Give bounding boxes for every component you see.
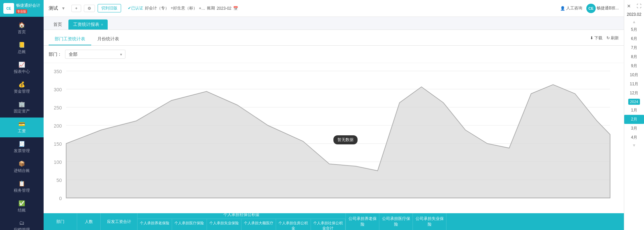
calendar-icon[interactable]: 📅 — [233, 6, 238, 11]
home-icon: 🏠 — [18, 22, 25, 28]
svg-text:100: 100 — [54, 159, 62, 165]
tab-close-icon[interactable]: × — [101, 22, 103, 27]
sidebar-item-label: 工资 — [18, 128, 26, 134]
month-2-2024[interactable]: 2月 — [624, 115, 644, 124]
download-icon: ⬇ — [590, 36, 593, 40]
app-logo: CE 畅捷通好会计 专业版 — [0, 0, 44, 17]
month-12[interactable]: 12月 — [624, 89, 644, 98]
svg-text:250: 250 — [54, 105, 62, 110]
no-data-tooltip: 暂无数据 — [333, 135, 358, 144]
tax-icon: 📋 — [18, 180, 25, 187]
period-value: 2023-02 — [217, 6, 231, 11]
table-header-row: 部门 人数 应发工资合计 个人承担社保公积金 个人承担养老保险 个人承担医疗保险 — [44, 213, 624, 230]
subtab-dept[interactable]: 部门工资统计表 — [49, 33, 91, 45]
app-name: 畅捷通好会计 — [16, 3, 40, 8]
sidebar-item-sales[interactable]: 📦 进销台账 — [0, 157, 44, 177]
topbar-title: 测试 — [49, 5, 58, 11]
refresh-button[interactable]: ↻ 刷新 — [606, 35, 619, 41]
invoice-icon: 🧾 — [18, 141, 25, 147]
sidebar-item-home[interactable]: 🏠 首页 — [0, 18, 44, 38]
month-6[interactable]: 6月 — [624, 34, 644, 43]
tab-home[interactable]: 首页 — [49, 19, 67, 30]
dept-select[interactable]: 全部 部门1 部门2 — [65, 50, 125, 59]
topbar-dropdown-icon[interactable]: ▼ — [61, 6, 65, 11]
topbar: 测试 ▼ + ⚙ 切到旧版 ✔已认证 好会计（专） +好生意（标） +… 账期 … — [44, 0, 624, 17]
sidebar-item-label: 固定资产 — [14, 108, 30, 114]
month-4-2024[interactable]: 4月 — [624, 133, 644, 142]
edition-badge: 专业版 — [16, 9, 27, 13]
right-panel-controls: ✕ ⛶ — [624, 2, 644, 10]
expand-panel-icon[interactable]: ⛶ — [637, 3, 641, 9]
switch-old-version-button[interactable]: 切到旧版 — [98, 4, 121, 12]
sidebar-item-label: 报表中心 — [14, 69, 30, 75]
close-panel-icon[interactable]: ✕ — [627, 3, 631, 9]
ledger-icon: 📒 — [18, 42, 25, 48]
month-11[interactable]: 11月 — [624, 80, 644, 89]
settle-icon: ✅ — [18, 200, 25, 206]
topbar-right: 👤 人工咨询 CE 畅捷通B班... — [560, 4, 619, 13]
month-9[interactable]: 9月 — [624, 61, 644, 71]
col-pension-company: 公司承担养老保险 — [346, 213, 379, 230]
month-1-2024[interactable]: 1月 — [624, 106, 644, 115]
sidebar-item-salary[interactable]: 💳 工资 — [0, 118, 44, 137]
tabbar: 首页 工资统计报表 × — [44, 17, 624, 30]
refresh-icon: ↻ — [606, 36, 610, 40]
chart-area: 350 300 250 200 150 100 50 0 — [44, 63, 624, 213]
svg-text:300: 300 — [54, 87, 62, 92]
scroll-up-arrow[interactable]: ▲ — [632, 18, 636, 25]
month-7[interactable]: 7月 — [624, 43, 644, 52]
year-2024-badge[interactable]: 2024 — [628, 99, 640, 105]
content-area: 部门工资统计表 月份统计表 ⬇ 下载 ↻ 刷新 部门： — [44, 30, 624, 230]
dept-label: 部门： — [49, 51, 62, 57]
sidebar-item-label: 归档管理 — [14, 227, 30, 230]
right-panel: ✕ ⛶ 2023.02 ▲ 5月 6月 7月 8月 9月 10月 11月 12月… — [624, 0, 644, 230]
sidebar-item-report[interactable]: 📈 报表中心 — [0, 58, 44, 78]
sidebar-item-archive[interactable]: 🗂 归档管理 — [0, 217, 44, 230]
subtab-actions: ⬇ 下载 ↻ 刷新 — [590, 35, 619, 44]
sidebar-item-assets[interactable]: 🏢 固定资产 — [0, 98, 44, 118]
archive-icon: 🗂 — [19, 220, 24, 226]
sidebar-item-label: 进销台账 — [14, 168, 30, 174]
sidebar-item-ledger[interactable]: 📒 总账 — [0, 38, 44, 58]
good-business-tag: +好生意（标） — [171, 5, 197, 11]
svg-text:50: 50 — [56, 178, 62, 183]
sidebar-item-fund[interactable]: 💰 资金管理 — [0, 78, 44, 98]
user-button[interactable]: CE 畅捷通B班... — [586, 4, 619, 13]
topbar-tags: ✔已认证 好会计（专） +好生意（标） +… 账期 2023-02 📅 — [128, 5, 238, 11]
month-8[interactable]: 8月 — [624, 52, 644, 61]
report-icon: 📈 — [18, 61, 25, 68]
col-count: 人数 — [77, 213, 101, 230]
sidebar-nav: 🏠 首页 📒 总账 📈 报表中心 💰 资金管理 🏢 固定资产 💳 工资 🧾 发票… — [0, 17, 44, 230]
settings-gear-button[interactable]: ⚙ — [84, 5, 95, 12]
add-button[interactable]: + — [71, 5, 81, 12]
scroll-down-arrow[interactable]: ▼ — [632, 142, 636, 149]
col-medical-personal: 个人承担医疗保险 — [172, 219, 207, 230]
fund-icon: 💰 — [18, 81, 25, 88]
avatar: CE — [586, 4, 596, 13]
sidebar-item-settle[interactable]: ✅ 结账 — [0, 197, 44, 217]
group-personal-insurance: 个人承担社保公积金 个人承担养老保险 个人承担医疗保险 个人承担失业保险 个人承… — [138, 213, 346, 230]
sidebar-item-label: 税务管理 — [14, 188, 30, 193]
month-10[interactable]: 10月 — [624, 71, 644, 80]
topbar-actions: + ⚙ 切到旧版 — [71, 4, 121, 12]
svg-text:0: 0 — [59, 196, 62, 201]
col-insurance-total-personal: 个人承担社保公积金合计 — [311, 219, 345, 230]
month-5[interactable]: 5月 — [624, 25, 644, 34]
sidebar-item-tax[interactable]: 📋 税务管理 — [0, 177, 44, 197]
svg-text:150: 150 — [54, 141, 62, 147]
col-medical-company: 公司承担医疗保险 — [379, 213, 413, 230]
tab-salary-report[interactable]: 工资统计报表 × — [68, 19, 108, 30]
sidebar-item-label: 总账 — [18, 49, 26, 55]
download-button[interactable]: ⬇ 下载 — [590, 35, 602, 41]
col-dept: 部门 — [44, 213, 77, 230]
sidebar-item-invoice[interactable]: 🧾 发票管理 — [0, 137, 44, 157]
help-button[interactable]: 👤 人工咨询 — [560, 5, 582, 11]
col-total-salary: 应发工资合计 — [101, 213, 138, 230]
month-3-2024[interactable]: 3月 — [624, 124, 644, 133]
year-2024-section: 2024 — [624, 98, 644, 106]
svg-text:350: 350 — [54, 69, 62, 74]
subtab-month[interactable]: 月份统计表 — [91, 33, 125, 45]
subtab-bar: 部门工资统计表 月份统计表 ⬇ 下载 ↻ 刷新 — [44, 30, 624, 46]
dept-select-wrap[interactable]: 全部 部门1 部门2 — [65, 50, 125, 59]
year-label-2023: 2023.02 — [624, 10, 644, 18]
